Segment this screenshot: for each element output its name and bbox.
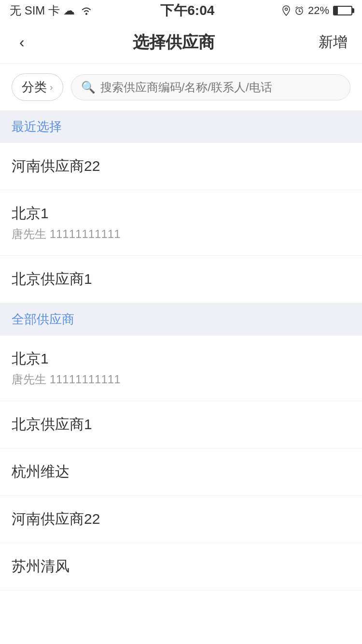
chevron-right-icon: › bbox=[50, 82, 53, 93]
location-icon bbox=[282, 5, 291, 16]
list-item[interactable]: 北京1唐先生 11111111111 bbox=[0, 190, 362, 256]
item-name: 河南供应商22 bbox=[12, 156, 350, 176]
section-header-all: 全部供应商 bbox=[0, 303, 362, 336]
item-sub: 唐先生 11111111111 bbox=[12, 372, 350, 387]
add-button[interactable]: 新增 bbox=[319, 32, 348, 52]
battery-icon bbox=[333, 6, 352, 15]
list-item[interactable]: 河南供应商22 bbox=[0, 143, 362, 190]
page-title: 选择供应商 bbox=[133, 31, 215, 54]
item-name: 北京1 bbox=[12, 349, 350, 369]
wifi-icon bbox=[80, 6, 93, 15]
filter-bar: 分类 › 🔍 bbox=[0, 64, 362, 111]
item-name: 北京供应商1 bbox=[12, 415, 350, 434]
item-name: 北京1 bbox=[12, 204, 350, 224]
search-box[interactable]: 🔍 bbox=[71, 74, 350, 100]
section-label-recent: 最近选择 bbox=[12, 119, 62, 134]
status-bar: 无 SIM 卡 ☁ 下午6:04 22% bbox=[0, 0, 362, 21]
item-name: 北京供应商1 bbox=[12, 269, 350, 289]
search-icon: 🔍 bbox=[81, 81, 96, 94]
category-button[interactable]: 分类 › bbox=[12, 73, 63, 101]
no-sim-text: 无 SIM 卡 ☁ bbox=[10, 3, 75, 18]
svg-point-0 bbox=[85, 13, 87, 15]
section-label-all: 全部供应商 bbox=[12, 312, 74, 326]
list-item[interactable]: 北京供应商1 bbox=[0, 401, 362, 448]
list-item[interactable]: 北京1唐先生 11111111111 bbox=[0, 336, 362, 401]
item-name: 苏州清风 bbox=[12, 557, 350, 576]
sections-container: 最近选择河南供应商22北京1唐先生 11111111111北京供应商1全部供应商… bbox=[0, 111, 362, 590]
battery-percent: 22% bbox=[308, 4, 329, 17]
section-header-recent: 最近选择 bbox=[0, 111, 362, 143]
back-button[interactable]: ‹ bbox=[14, 28, 29, 56]
item-name: 河南供应商22 bbox=[12, 509, 350, 529]
category-label: 分类 bbox=[22, 79, 47, 96]
item-name: 杭州维达 bbox=[12, 462, 350, 482]
list-item[interactable]: 杭州维达 bbox=[0, 448, 362, 496]
list-item[interactable]: 苏州清风 bbox=[0, 543, 362, 590]
item-sub: 唐先生 11111111111 bbox=[12, 226, 350, 242]
status-left: 无 SIM 卡 ☁ bbox=[10, 3, 93, 18]
alarm-icon bbox=[294, 5, 304, 16]
nav-bar: ‹ 选择供应商 新增 bbox=[0, 21, 362, 64]
list-item[interactable]: 河南供应商22 bbox=[0, 496, 362, 543]
list-item[interactable]: 北京供应商1 bbox=[0, 256, 362, 303]
search-input[interactable] bbox=[100, 81, 340, 94]
status-right: 22% bbox=[282, 4, 352, 17]
status-time: 下午6:04 bbox=[160, 1, 214, 20]
svg-point-1 bbox=[285, 8, 287, 11]
